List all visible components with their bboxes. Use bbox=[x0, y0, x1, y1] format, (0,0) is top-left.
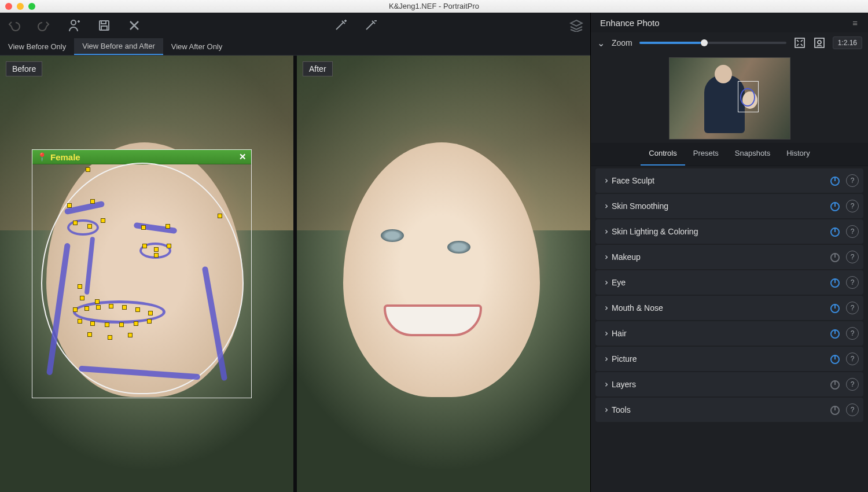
section-mouth-nose[interactable]: ⌄Mouth & Nose? bbox=[595, 296, 863, 320]
section-label: Face Sculpt bbox=[612, 176, 654, 185]
help-icon[interactable]: ? bbox=[846, 276, 859, 289]
chevron-right-icon: ⌄ bbox=[599, 329, 610, 337]
face-box-close[interactable]: ✕ bbox=[239, 152, 247, 162]
help-icon[interactable]: ? bbox=[846, 174, 859, 187]
help-icon[interactable]: ? bbox=[846, 327, 859, 340]
zoom-row: ⌄ Zoom 1:2.16 bbox=[591, 32, 868, 53]
navigator-thumbnail[interactable] bbox=[591, 53, 868, 143]
power-icon[interactable] bbox=[829, 276, 841, 289]
section-label: Makeup bbox=[612, 252, 641, 262]
after-pane[interactable]: After bbox=[297, 56, 590, 492]
section-makeup[interactable]: ⌄Makeup? bbox=[595, 245, 863, 269]
tab-history[interactable]: History bbox=[778, 143, 818, 166]
chevron-right-icon: ⌄ bbox=[599, 355, 610, 363]
section-label: Layers bbox=[612, 380, 636, 389]
chevron-right-icon: ⌄ bbox=[599, 380, 610, 388]
brush-plus-icon[interactable] bbox=[332, 17, 348, 34]
chevron-down-icon[interactable]: ⌄ bbox=[597, 38, 605, 49]
face-gender-label: Female bbox=[50, 152, 80, 162]
traffic-minimize[interactable] bbox=[17, 3, 24, 10]
help-icon[interactable]: ? bbox=[846, 251, 859, 263]
tab-view-before-after[interactable]: View Before and After bbox=[74, 38, 163, 55]
section-label: Eye bbox=[612, 278, 626, 287]
save-icon[interactable] bbox=[96, 17, 112, 34]
brush-minus-icon[interactable] bbox=[362, 17, 378, 34]
main-toolbar bbox=[0, 13, 590, 38]
power-icon[interactable] bbox=[829, 200, 841, 212]
svg-rect-3 bbox=[101, 26, 107, 30]
section-layers[interactable]: ⌄Layers? bbox=[595, 372, 863, 396]
svg-rect-4 bbox=[795, 38, 804, 47]
traffic-close[interactable] bbox=[5, 3, 12, 10]
close-icon[interactable] bbox=[126, 17, 142, 34]
help-icon[interactable]: ? bbox=[846, 225, 859, 238]
svg-point-6 bbox=[818, 41, 821, 44]
section-label: Mouth & Nose bbox=[612, 303, 663, 313]
power-icon[interactable] bbox=[829, 302, 841, 314]
redo-icon[interactable] bbox=[36, 17, 52, 34]
tab-presets[interactable]: Presets bbox=[685, 143, 727, 166]
panel-tabs: Controls Presets Snapshots History bbox=[591, 143, 868, 166]
svg-rect-2 bbox=[101, 21, 106, 24]
chevron-right-icon: ⌄ bbox=[599, 406, 610, 414]
pin-icon: 📍 bbox=[37, 152, 47, 161]
section-skin-lighting-coloring[interactable]: ⌄Skin Lighting & Coloring? bbox=[595, 219, 863, 244]
power-icon[interactable] bbox=[829, 225, 841, 238]
chevron-right-icon: ⌄ bbox=[599, 304, 610, 312]
help-icon[interactable]: ? bbox=[846, 302, 859, 314]
zoom-slider[interactable] bbox=[639, 42, 786, 44]
layers-icon[interactable] bbox=[568, 17, 584, 34]
section-label: Hair bbox=[612, 329, 627, 338]
chevron-right-icon: ⌄ bbox=[599, 253, 610, 261]
power-icon[interactable] bbox=[829, 251, 841, 263]
person-icon[interactable] bbox=[66, 17, 82, 34]
power-icon[interactable] bbox=[829, 174, 841, 187]
section-hair[interactable]: ⌄Hair? bbox=[595, 321, 863, 346]
section-face-sculpt[interactable]: ⌄Face Sculpt? bbox=[595, 168, 863, 193]
mac-titlebar: K&Jeng1.NEF - PortraitPro bbox=[0, 0, 868, 13]
traffic-zoom[interactable] bbox=[28, 3, 35, 10]
svg-rect-5 bbox=[815, 38, 824, 47]
undo-icon[interactable] bbox=[6, 17, 22, 34]
section-label: Tools bbox=[612, 405, 631, 414]
zoom-label: Zoom bbox=[612, 38, 632, 47]
help-icon[interactable]: ? bbox=[846, 403, 859, 416]
menu-icon[interactable]: ≡ bbox=[852, 18, 859, 28]
help-icon[interactable]: ? bbox=[846, 378, 859, 391]
section-eye[interactable]: ⌄Eye? bbox=[595, 270, 863, 295]
window-title: K&Jeng1.NEF - PortraitPro bbox=[0, 2, 868, 10]
tab-snapshots[interactable]: Snapshots bbox=[727, 143, 778, 166]
side-panel-title: Enhance Photo bbox=[600, 18, 660, 28]
power-icon[interactable] bbox=[829, 353, 841, 365]
zoom-value[interactable]: 1:2.16 bbox=[833, 36, 862, 49]
help-icon[interactable]: ? bbox=[846, 200, 859, 212]
side-panel: Enhance Photo ≡ ⌄ Zoom 1:2.16 Controls P… bbox=[590, 13, 868, 492]
chevron-right-icon: ⌄ bbox=[599, 202, 610, 210]
tab-controls[interactable]: Controls bbox=[641, 143, 685, 166]
chevron-right-icon: ⌄ bbox=[599, 278, 610, 287]
help-icon[interactable]: ? bbox=[846, 353, 859, 365]
section-label: Picture bbox=[612, 354, 637, 364]
power-icon[interactable] bbox=[829, 378, 841, 391]
power-icon[interactable] bbox=[829, 327, 841, 340]
section-skin-smoothing[interactable]: ⌄Skin Smoothing? bbox=[595, 194, 863, 218]
before-pane[interactable]: Before 📍 Female ✕ bbox=[0, 56, 293, 492]
chevron-right-icon: ⌄ bbox=[599, 227, 610, 236]
image-canvas[interactable]: Before 📍 Female ✕ bbox=[0, 56, 590, 492]
before-label: Before bbox=[6, 61, 42, 76]
section-tools[interactable]: ⌄Tools? bbox=[595, 398, 863, 422]
section-label: Skin Lighting & Coloring bbox=[612, 227, 698, 236]
after-label: After bbox=[303, 61, 333, 76]
face-detection-box[interactable]: 📍 Female ✕ bbox=[32, 149, 252, 398]
face-fit-icon[interactable] bbox=[813, 36, 826, 49]
fit-screen-icon[interactable] bbox=[793, 36, 806, 49]
chevron-right-icon: ⌄ bbox=[599, 177, 610, 185]
tab-view-before-only[interactable]: View Before Only bbox=[0, 38, 74, 55]
power-icon[interactable] bbox=[829, 403, 841, 416]
svg-point-0 bbox=[71, 20, 76, 25]
section-label: Skin Smoothing bbox=[612, 201, 668, 211]
tab-view-after-only[interactable]: View After Only bbox=[163, 38, 231, 55]
section-picture[interactable]: ⌄Picture? bbox=[595, 347, 863, 371]
face-ellipse[interactable] bbox=[41, 163, 244, 394]
view-mode-tabs: View Before Only View Before and After V… bbox=[0, 38, 590, 56]
